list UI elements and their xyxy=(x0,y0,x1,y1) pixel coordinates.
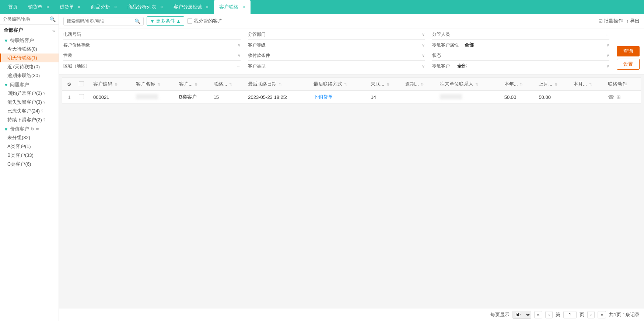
col-un-contacted[interactable]: 未联... ⇅ xyxy=(368,78,403,91)
setting-button[interactable]: 设置 xyxy=(617,59,640,70)
status-dropdown[interactable]: ∨ xyxy=(457,53,609,58)
sidebar-item-class-b[interactable]: B类客户(33) xyxy=(0,151,59,160)
col-contact-count[interactable]: 联络... ⇅ xyxy=(211,78,246,91)
help-icon[interactable]: ? xyxy=(43,91,45,96)
col-customer-name[interactable]: 客户名称 ⇅ xyxy=(134,78,176,91)
sidebar-item-overdue-pending[interactable]: 逾期未联络(30) xyxy=(0,71,59,80)
query-button[interactable]: 查询 xyxy=(617,46,640,56)
col-customer-type[interactable]: 客户... ⇅ xyxy=(177,78,211,91)
page-input[interactable] xyxy=(563,311,577,318)
nav-sales-order[interactable]: 销货单 ✕ xyxy=(23,0,55,14)
nav-purchase-order[interactable]: 进货单 ✕ xyxy=(55,0,86,14)
col-last-contact-date[interactable]: 最后联络日期 ⇅ xyxy=(246,78,311,91)
dept-dropdown[interactable]: ∨ xyxy=(273,32,425,37)
sidebar-item-churned[interactable]: 已流失客户(24) ? xyxy=(0,107,59,115)
cell-checkbox[interactable] xyxy=(77,91,91,104)
search-input[interactable] xyxy=(67,18,133,24)
prev-page-button[interactable]: ‹ xyxy=(545,311,553,318)
sidebar-item-repurchase-abnormal[interactable]: 回购异常客户(2) ? xyxy=(0,89,59,98)
close-icon[interactable]: ✕ xyxy=(160,5,163,9)
sidebar-item-tomorrow-pending[interactable]: 明天待联络(1) xyxy=(0,54,59,62)
last-page-button[interactable]: » xyxy=(598,311,606,318)
col-this-month[interactable]: 本月... ⇅ xyxy=(571,78,606,91)
edit-icon[interactable]: ✏ xyxy=(36,127,39,132)
sidebar-item-churn-warning[interactable]: 流失预警客户(3) ? xyxy=(0,98,59,107)
header-checkbox[interactable] xyxy=(79,81,84,86)
row-checkbox[interactable] xyxy=(79,94,84,99)
close-icon[interactable]: ✕ xyxy=(46,5,49,9)
col-last-month[interactable]: 上月... ⇅ xyxy=(536,78,571,91)
cell-customer-type: B类客户 xyxy=(177,91,211,104)
retail-customer-dropdown[interactable]: 全部 ∨ xyxy=(457,63,609,69)
close-icon[interactable]: ✕ xyxy=(206,5,209,9)
close-icon[interactable]: ✕ xyxy=(242,5,245,9)
help-icon[interactable]: ? xyxy=(41,109,43,113)
my-customer-checkbox[interactable] xyxy=(187,18,192,24)
region-input[interactable] xyxy=(93,63,237,69)
refresh-icon[interactable]: ↻ xyxy=(31,127,34,132)
per-page-label: 每页显示 xyxy=(490,311,510,318)
cell-contact-count: 15 xyxy=(211,91,246,104)
nav-home[interactable]: 首页 xyxy=(3,0,23,14)
sidebar-item-ungrouped[interactable]: 未分组(32) xyxy=(0,133,59,142)
value-group-header: ▼ 价值客户 ↻ ✏ xyxy=(0,124,59,133)
col-this-year[interactable]: 本年... ⇅ xyxy=(502,78,537,91)
search-icon[interactable]: 🔍 xyxy=(134,18,140,24)
unit-contact-blurred xyxy=(440,94,462,99)
customer-type-dropdown[interactable]: ∨ xyxy=(273,64,425,69)
sort-icon: ⇅ xyxy=(195,82,197,86)
col-customer-code[interactable]: 客户编码 ⇅ xyxy=(91,78,134,91)
sidebar-item-declining[interactable]: 持续下滑客户(2) ? xyxy=(0,115,59,124)
first-page-button[interactable]: « xyxy=(534,311,543,318)
phone-input[interactable] xyxy=(88,32,241,37)
help-icon[interactable]: ? xyxy=(43,118,45,122)
next-page-button[interactable]: › xyxy=(587,311,595,318)
more-filter-button[interactable]: ▼ 更多条件 ▲ xyxy=(147,16,184,26)
cell-last-contact-method[interactable]: 下销货单 xyxy=(311,91,368,104)
more-icon[interactable]: ··· xyxy=(237,64,241,68)
nav-customer-contact[interactable]: 客户联络 ✕ xyxy=(214,0,251,14)
col-checkbox[interactable] xyxy=(77,78,91,91)
sidebar-item-7day-pending[interactable]: 近7天待联络(0) xyxy=(0,62,59,71)
chevron-down-icon: ∨ xyxy=(422,64,425,69)
more-icon[interactable]: ··· xyxy=(606,32,609,37)
last-contact-method-link[interactable]: 下销货单 xyxy=(314,94,333,100)
payment-dropdown[interactable]: ∨ xyxy=(273,53,425,58)
manager-input[interactable] xyxy=(457,32,606,37)
phone-label: 电话号码 xyxy=(63,31,85,38)
col-overdue[interactable]: 逾期... ⇅ xyxy=(403,78,438,91)
sidebar-search-input[interactable] xyxy=(3,17,49,22)
col-unit-contact[interactable]: 往来单位联系人 ⇅ xyxy=(438,78,502,91)
nav-product-analysis-list[interactable]: 商品分析列表 ✕ xyxy=(122,0,168,14)
sidebar-item-today-pending[interactable]: 今天待联络(0) xyxy=(0,45,59,54)
sidebar-item-class-a[interactable]: A类客户(1) xyxy=(0,142,59,151)
sidebar: 🔍 全部客户 « ▼ 待联络客户 今天待联络(0) 明天待联络(1) 近7天待联… xyxy=(0,14,59,321)
export-button[interactable]: ↑ 导出 xyxy=(627,18,640,24)
retail-attr-dropdown[interactable]: 全部 ∨ xyxy=(465,42,609,48)
sidebar-search-icon[interactable]: 🔍 xyxy=(49,16,56,22)
help-icon[interactable]: ? xyxy=(43,100,45,104)
status-label: 状态 xyxy=(432,52,454,59)
my-customer-checkbox-area[interactable]: 我分管的客户 xyxy=(187,18,223,24)
filter-manager: 分管人员 ··· xyxy=(432,31,609,39)
sort-icon: ⇅ xyxy=(554,82,557,86)
nav-product-analysis[interactable]: 商品分析 ✕ xyxy=(86,0,122,14)
per-page-select[interactable]: 50 100 xyxy=(512,311,531,319)
col-last-contact-method[interactable]: 最后联络方式 ⇅ xyxy=(311,78,368,91)
nature-dropdown[interactable]: ∨ xyxy=(88,53,241,58)
batch-op-button[interactable]: ☑ 批量操作 xyxy=(598,18,623,24)
sidebar-item-class-c[interactable]: C类客户(6) xyxy=(0,160,59,169)
chevron-down-icon: ∨ xyxy=(422,53,425,58)
all-customers-header[interactable]: 全部客户 « xyxy=(0,25,59,36)
close-icon[interactable]: ✕ xyxy=(77,5,81,9)
nav-customer-tier[interactable]: 客户分层经营 ✕ xyxy=(168,0,214,14)
col-gear[interactable]: ⚙ xyxy=(62,78,77,91)
price-level-dropdown[interactable]: ∨ xyxy=(93,43,241,48)
customer-level-dropdown[interactable]: ∨ xyxy=(273,43,425,48)
contact-icon[interactable]: ☎ xyxy=(608,94,614,100)
filter-phone: 电话号码 xyxy=(63,31,241,39)
close-icon[interactable]: ✕ xyxy=(114,5,117,9)
filter-status: 状态 ∨ xyxy=(432,52,609,61)
filter-retail-attr: 零散客户属性 全部 ∨ xyxy=(432,42,609,50)
grid-icon[interactable]: ⊞ xyxy=(616,94,621,100)
